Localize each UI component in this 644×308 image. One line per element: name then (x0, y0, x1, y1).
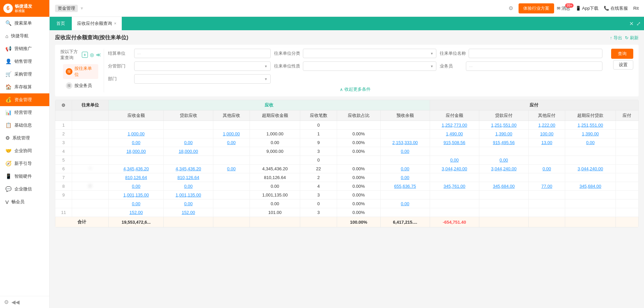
table-cell[interactable]: 0.00 (109, 138, 164, 147)
table-cell[interactable]: 4,345,436.20 (109, 165, 164, 173)
table-cell[interactable]: 0.00 (380, 147, 430, 156)
table-cell[interactable] (164, 130, 213, 138)
table-cell[interactable]: 1,000.00 (109, 130, 164, 138)
table-cell[interactable]: 0.00 (213, 138, 250, 147)
table-cell[interactable]: 345,684.00 (565, 182, 615, 191)
table-cell[interactable] (529, 156, 565, 165)
table-cell[interactable]: 18,000.00 (109, 147, 164, 156)
table-cell[interactable]: 4,345,436.20 (164, 165, 213, 173)
table-cell[interactable]: 345,761.00 (430, 182, 479, 191)
export-button[interactable]: ↑ 导出 (610, 35, 623, 41)
filter-by-salesman[interactable]: 按 按业务员 (63, 81, 98, 90)
window-close-icon[interactable]: ✕ (629, 20, 634, 27)
table-cell[interactable] (213, 200, 250, 208)
sidebar-collapse-icon[interactable]: ◀◀ (11, 299, 19, 305)
table-cell[interactable] (529, 147, 565, 156)
app-download-button[interactable]: 📱 App下载 (576, 5, 598, 11)
window-expand-icon[interactable]: ⤢ (636, 20, 641, 27)
table-cell[interactable]: 1,490.00 (430, 130, 479, 138)
table-cell[interactable] (529, 191, 565, 200)
settlement-unit-input[interactable]: ··· (134, 49, 271, 58)
table-cell[interactable] (565, 147, 615, 156)
table-cell[interactable] (479, 208, 528, 217)
table-cell[interactable] (109, 156, 164, 165)
table-cell[interactable]: 0.00 (213, 165, 250, 173)
table-cell[interactable]: 77.00 (529, 182, 565, 191)
table-cell[interactable] (164, 156, 213, 165)
table-cell[interactable]: 13.00 (529, 138, 565, 147)
table-cell[interactable] (380, 191, 430, 200)
filter-edit-icon[interactable]: ◎ (90, 52, 94, 57)
tab-close-icon[interactable]: × (114, 21, 116, 26)
table-cell[interactable]: 0.00 (565, 138, 615, 147)
partner-category-input[interactable]: ▼ (303, 49, 437, 58)
sidebar-item-corp-wx[interactable]: 💬 企业微信 (0, 183, 49, 195)
filter-collapse-icon[interactable]: ≪ (96, 52, 101, 57)
partner-nature-input[interactable]: ▼ (303, 61, 437, 71)
table-cell[interactable] (529, 208, 565, 217)
table-cell[interactable]: 0.00 (109, 200, 164, 208)
sidebar-item-corp-coop[interactable]: 🤝 企业协同 (0, 144, 49, 157)
sidebar-item-purchase[interactable]: 🛒 采购管理 (0, 68, 49, 81)
message-button[interactable]: ✉ 消息 99+ (557, 5, 571, 11)
topbar-gear-icon[interactable]: ⚙ (508, 5, 513, 11)
table-cell[interactable] (380, 208, 430, 217)
sidebar-item-member[interactable]: V 畅会员 (0, 195, 49, 208)
table-cell[interactable]: 0.00 (164, 200, 213, 208)
table-cell[interactable]: 1,222.00 (529, 121, 565, 130)
table-cell[interactable] (213, 121, 250, 130)
table-cell[interactable] (565, 191, 615, 200)
table-cell[interactable]: 1,001,135.00 (109, 191, 164, 200)
table-cell[interactable] (213, 191, 250, 200)
promo-button[interactable]: 体验行业方案 (519, 3, 554, 13)
table-cell[interactable] (380, 121, 430, 130)
filter-add-icon[interactable]: + (82, 52, 88, 58)
table-cell[interactable]: 0.00 (109, 182, 164, 191)
table-cell[interactable]: 152.00 (164, 208, 213, 217)
table-cell[interactable] (430, 191, 479, 200)
table-cell[interactable]: 915,508.56 (430, 138, 479, 147)
sidebar-item-marketing[interactable]: 📢 营销推广 (0, 42, 49, 55)
table-cell[interactable]: 0.00 (479, 156, 528, 165)
tab-home[interactable]: 首页 (50, 17, 72, 30)
sidebar-item-operation[interactable]: 📊 经营管理 (0, 106, 49, 119)
sidebar-item-sales[interactable]: 👤 销售管理 (0, 55, 49, 68)
table-cell[interactable] (380, 130, 430, 138)
refresh-button[interactable]: ↻ 刷新 (625, 35, 639, 41)
table-cell[interactable] (213, 156, 250, 165)
table-cell[interactable] (529, 200, 565, 208)
table-cell[interactable] (109, 121, 164, 130)
table-cell[interactable] (430, 208, 479, 217)
table-cell[interactable] (479, 173, 528, 182)
filter-by-partner[interactable]: 按 按往来单位 (63, 64, 98, 79)
user-menu[interactable]: Rit (633, 6, 639, 11)
table-cell[interactable]: 1,390.00 (479, 130, 528, 138)
table-cell[interactable] (213, 173, 250, 182)
th-settings[interactable]: ⚙ (55, 100, 72, 111)
table-cell[interactable]: 0.00 (380, 200, 430, 208)
table-cell[interactable]: 345,684.00 (479, 182, 528, 191)
table-cell[interactable]: 1,001,135.00 (164, 191, 213, 200)
query-button[interactable]: 查询 (611, 49, 633, 59)
table-cell[interactable]: 3,044,240.00 (430, 165, 479, 173)
table-cell[interactable]: 915,495.56 (479, 138, 528, 147)
table-cell[interactable]: 655,636.75 (380, 182, 430, 191)
dept-manager-input[interactable]: ▼ (134, 61, 271, 71)
table-cell[interactable] (213, 208, 250, 217)
table-cell[interactable]: 1,390.00 (565, 130, 615, 138)
table-cell[interactable] (565, 173, 615, 182)
footer-ar-prepay[interactable]: 6,417,215.... (380, 217, 430, 227)
sidebar-item-inventory[interactable]: 🏠 库存核算 (0, 81, 49, 93)
table-cell[interactable] (213, 147, 250, 156)
sidebar-item-finance[interactable]: 💰 资金管理 (0, 93, 49, 106)
sidebar-item-sys-mgmt[interactable]: ⚙ 系统管理 (0, 132, 49, 144)
table-cell[interactable]: 3,044,240.00 (479, 165, 528, 173)
table-cell[interactable]: 810,126.64 (109, 173, 164, 182)
table-cell[interactable] (430, 173, 479, 182)
table-cell[interactable] (565, 208, 615, 217)
table-settings-icon[interactable]: ⚙ (61, 103, 65, 108)
table-cell[interactable] (565, 156, 615, 165)
table-cell[interactable]: 1,252,773.00 (430, 121, 479, 130)
table-cell[interactable]: 152.00 (109, 208, 164, 217)
sidebar-item-base-info[interactable]: 📋 基础信息 (0, 119, 49, 132)
